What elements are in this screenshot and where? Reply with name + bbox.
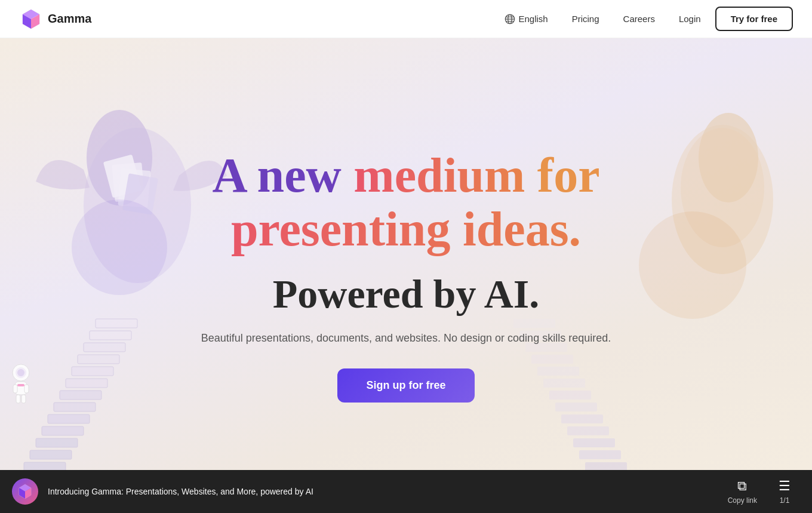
svg-rect-33 (21, 395, 26, 403)
pricing-label: Pricing (572, 14, 599, 24)
svg-rect-42 (579, 450, 621, 459)
menu-icon: ☰ (779, 478, 791, 494)
svg-rect-23 (78, 355, 119, 364)
logo-text: Gamma (48, 12, 91, 26)
svg-rect-17 (42, 426, 84, 435)
svg-rect-31 (24, 385, 29, 393)
svg-rect-25 (90, 331, 131, 340)
hero-subtitle: Powered by AI. (201, 271, 611, 318)
svg-rect-46 (555, 403, 597, 411)
careers-label: Careers (623, 14, 655, 24)
bottom-bar-logo-icon (17, 483, 33, 500)
svg-rect-21 (66, 379, 107, 388)
hero-title-line1: A new medium for (201, 149, 611, 202)
hero-title-line2: presenting ideas. (201, 202, 611, 256)
nav-links: English Pricing Careers Login Try for fr… (495, 7, 793, 31)
svg-rect-16 (36, 438, 78, 447)
signup-button[interactable]: Sign up for free (337, 368, 474, 403)
nav-pricing[interactable]: Pricing (562, 9, 609, 29)
nav-login[interactable]: Login (669, 9, 710, 29)
svg-point-37 (699, 113, 758, 202)
globe-icon (505, 14, 515, 24)
svg-point-28 (16, 367, 26, 378)
svg-point-36 (672, 125, 773, 274)
svg-rect-22 (72, 367, 113, 376)
bottom-bar: Introducing Gamma: Presentations, Websit… (0, 470, 812, 513)
svg-point-27 (13, 364, 29, 381)
svg-rect-29 (15, 382, 27, 395)
pagination-action[interactable]: ☰ 1/1 (769, 474, 800, 509)
pagination-label: 1/1 (780, 496, 790, 505)
svg-rect-43 (573, 438, 615, 447)
language-label: English (519, 14, 548, 24)
hero-title-medium: medium (353, 148, 525, 202)
copy-icon: ⧉ (737, 478, 747, 494)
svg-point-58 (72, 199, 167, 295)
hero-description: Beautiful presentations, documents, and … (201, 332, 611, 345)
svg-rect-45 (561, 414, 603, 423)
try-free-button[interactable]: Try for free (715, 7, 793, 31)
hero-content: A new medium for presenting ideas. Power… (201, 149, 611, 403)
svg-rect-54 (103, 155, 142, 198)
bottom-bar-actions: ⧉ Copy link ☰ 1/1 (718, 474, 800, 509)
svg-point-59 (639, 211, 746, 319)
nav-language[interactable]: English (495, 9, 558, 29)
navbar: Gamma English Pricing Careers Login Try … (0, 0, 812, 38)
svg-rect-56 (118, 168, 150, 208)
svg-rect-15 (30, 450, 72, 459)
svg-rect-18 (48, 414, 90, 423)
hero-title: A new medium for presenting ideas. (201, 149, 611, 256)
hero-section: A new medium for presenting ideas. Power… (0, 0, 812, 513)
svg-rect-30 (13, 385, 17, 393)
svg-point-38 (681, 128, 764, 247)
svg-rect-24 (84, 343, 125, 352)
gamma-logo-icon (19, 7, 43, 31)
svg-point-11 (87, 110, 152, 205)
bottom-bar-logo (12, 478, 38, 505)
svg-rect-57 (122, 173, 158, 215)
nav-careers[interactable]: Careers (614, 9, 665, 29)
svg-point-35 (17, 369, 24, 376)
svg-rect-20 (60, 391, 102, 400)
svg-rect-55 (112, 162, 144, 202)
svg-rect-32 (16, 395, 20, 403)
svg-rect-26 (96, 319, 137, 328)
svg-point-10 (84, 128, 191, 283)
login-label: Login (679, 14, 701, 24)
hero-title-a-new: A new (212, 148, 353, 202)
svg-rect-44 (567, 426, 609, 435)
bottom-bar-intro-text: Introducing Gamma: Presentations, Websit… (48, 487, 709, 496)
svg-rect-19 (54, 403, 96, 411)
copy-link-label: Copy link (728, 496, 757, 505)
svg-rect-34 (17, 384, 24, 386)
copy-link-action[interactable]: ⧉ Copy link (718, 474, 767, 509)
logo[interactable]: Gamma (19, 7, 91, 31)
hero-title-for: for (525, 148, 599, 202)
